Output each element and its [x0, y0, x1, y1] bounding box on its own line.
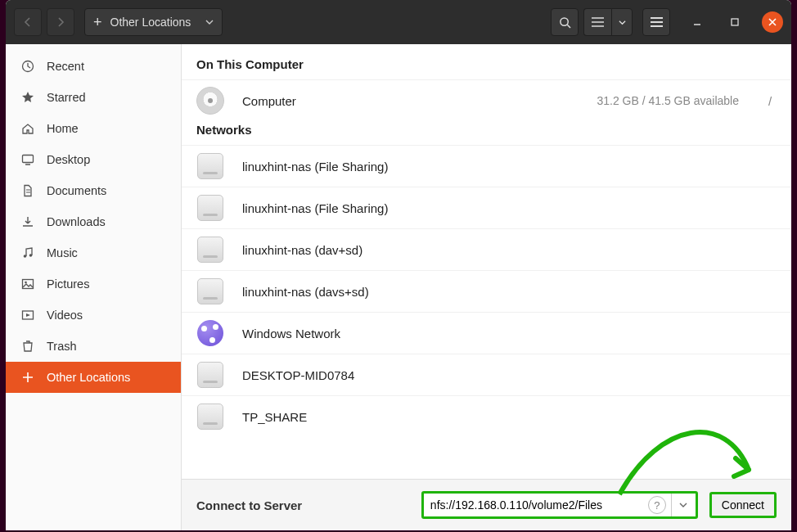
hamburger-menu-button[interactable]	[642, 8, 670, 36]
drive-icon	[197, 362, 223, 388]
section-header: Networks	[182, 121, 791, 145]
location-meta: 31.2 GB / 41.5 GB available	[597, 94, 739, 107]
sidebar-item-label: Desktop	[47, 153, 90, 166]
drive-icon	[197, 278, 223, 304]
location-mountpoint: /	[763, 94, 777, 108]
music-icon	[20, 246, 35, 260]
sidebar-item-recent[interactable]: Recent	[6, 51, 181, 82]
location-row[interactable]: linuxhint-nas (dav+sd)	[182, 228, 791, 270]
desktop-icon	[20, 152, 35, 167]
sidebar-item-label: Starred	[47, 91, 86, 104]
svg-point-5	[29, 254, 33, 257]
titlebar: + Other Locations	[6, 0, 791, 44]
forward-button[interactable]	[47, 8, 74, 36]
sidebar-item-label: Pictures	[47, 277, 89, 291]
location-label: DESKTOP-MID0784	[242, 368, 777, 382]
location-row[interactable]: Windows Network	[182, 312, 791, 354]
sidebar: RecentStarredHomeDesktopDocumentsDownloa…	[6, 44, 182, 530]
plus-icon: +	[93, 14, 102, 31]
location-row[interactable]: linuxhint-nas (davs+sd)	[182, 270, 791, 312]
location-label: linuxhint-nas (File Sharing)	[242, 160, 777, 174]
location-label: linuxhint-nas (File Sharing)	[242, 201, 777, 215]
help-icon[interactable]: ?	[648, 496, 666, 514]
network-globe-icon	[197, 320, 223, 346]
close-button[interactable]	[762, 11, 783, 33]
hdd-icon	[196, 87, 224, 115]
sidebar-item-trash[interactable]: Trash	[6, 331, 181, 362]
drive-icon	[197, 153, 223, 179]
sidebar-item-label: Other Locations	[47, 371, 130, 384]
trash-icon	[20, 339, 35, 354]
svg-rect-6	[23, 280, 34, 289]
server-address-input[interactable]	[424, 494, 643, 516]
view-options-button[interactable]	[611, 8, 633, 36]
sidebar-item-label: Documents	[47, 184, 106, 197]
search-button[interactable]	[551, 8, 579, 36]
svg-point-0	[560, 17, 567, 25]
location-row[interactable]: Computer31.2 GB / 41.5 GB available/	[182, 79, 791, 121]
documents-icon	[20, 183, 35, 198]
sidebar-item-label: Music	[47, 246, 78, 259]
location-row[interactable]: TP_SHARE	[182, 395, 791, 437]
location-row[interactable]: linuxhint-nas (File Sharing)	[182, 145, 791, 187]
drive-icon	[197, 237, 223, 263]
list-view-button[interactable]	[583, 8, 611, 36]
hamburger-icon	[651, 17, 663, 27]
home-icon	[20, 121, 35, 136]
sidebar-item-label: Home	[47, 122, 79, 135]
plus-icon	[20, 370, 35, 385]
location-row[interactable]: DESKTOP-MID0784	[182, 354, 791, 395]
connect-to-server-bar: Connect to Server ? Connect	[182, 479, 791, 530]
sidebar-item-label: Videos	[47, 309, 83, 322]
pictures-icon	[20, 277, 35, 291]
drive-icon	[197, 195, 223, 221]
svg-rect-1	[732, 19, 738, 25]
drive-icon	[197, 404, 223, 430]
sidebar-item-other-locations[interactable]: Other Locations	[6, 362, 181, 393]
maximize-button[interactable]	[724, 11, 745, 33]
location-label: TP_SHARE	[242, 410, 777, 424]
close-icon	[768, 18, 777, 26]
sidebar-item-label: Recent	[47, 60, 84, 73]
section-header: On This Computer	[182, 56, 791, 79]
sidebar-item-downloads[interactable]: Downloads	[6, 206, 181, 237]
svg-point-4	[24, 255, 27, 258]
view-mode-group	[583, 8, 633, 36]
chevron-down-icon	[619, 19, 626, 26]
sidebar-item-pictures[interactable]: Pictures	[6, 268, 181, 300]
sidebar-item-documents[interactable]: Documents	[6, 175, 181, 206]
location-label: linuxhint-nas (dav+sd)	[242, 243, 777, 257]
chevron-down-icon	[679, 501, 687, 509]
sidebar-item-label: Trash	[47, 340, 77, 353]
downloads-icon	[20, 214, 35, 229]
address-history-dropdown[interactable]	[671, 494, 696, 516]
sidebar-item-desktop[interactable]: Desktop	[6, 144, 181, 175]
location-label: Windows Network	[242, 327, 777, 340]
main-pane: On This ComputerComputer31.2 GB / 41.5 G…	[182, 44, 791, 530]
chevron-down-icon	[205, 18, 214, 26]
sidebar-item-starred[interactable]: Starred	[6, 82, 181, 113]
path-label: Other Locations	[110, 16, 191, 29]
clock-icon	[20, 59, 35, 74]
server-address-wrap: ?	[421, 491, 698, 519]
svg-rect-3	[23, 156, 34, 163]
sidebar-item-home[interactable]: Home	[6, 113, 181, 144]
connect-label: Connect to Server	[196, 498, 302, 512]
back-button[interactable]	[14, 8, 42, 36]
list-icon	[592, 17, 604, 27]
path-bar[interactable]: + Other Locations	[84, 8, 223, 36]
svg-point-7	[25, 282, 27, 284]
sidebar-item-label: Downloads	[47, 215, 106, 228]
sidebar-item-videos[interactable]: Videos	[6, 300, 181, 331]
location-row[interactable]: linuxhint-nas (File Sharing)	[182, 187, 791, 228]
sidebar-item-music[interactable]: Music	[6, 237, 181, 268]
location-label: linuxhint-nas (davs+sd)	[242, 285, 777, 299]
connect-button[interactable]: Connect	[709, 492, 777, 518]
star-icon	[20, 90, 35, 105]
minimize-button[interactable]	[687, 11, 708, 33]
location-label: Computer	[242, 94, 579, 108]
videos-icon	[20, 308, 35, 322]
search-icon	[559, 16, 571, 29]
